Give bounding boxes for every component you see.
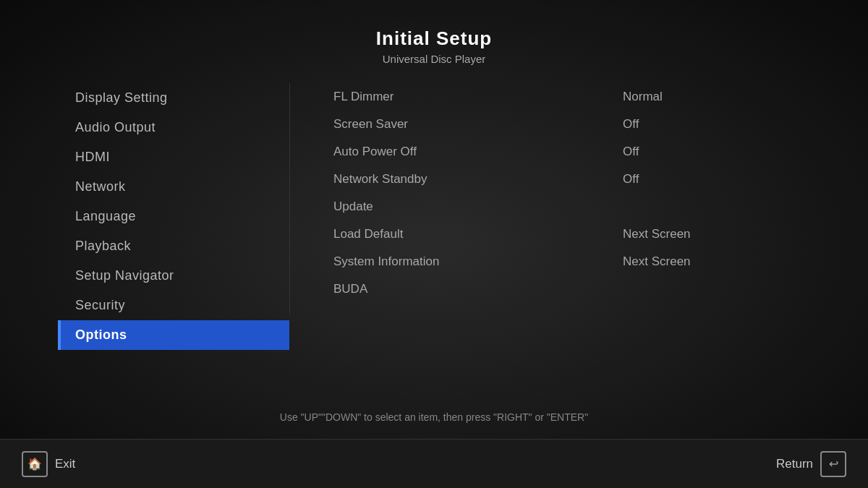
setting-row[interactable]: Auto Power OffOff — [333, 138, 868, 166]
main-content: Display SettingAudio OutputHDMINetworkLa… — [0, 80, 868, 361]
setting-label: Update — [333, 200, 608, 214]
sidebar-item-security[interactable]: Security — [58, 291, 289, 320]
sidebar-item-display-setting[interactable]: Display Setting — [58, 83, 289, 113]
sidebar-item-options[interactable]: Options — [58, 320, 289, 350]
bottom-bar: 🏠 Exit Return ↩ — [0, 439, 868, 488]
setting-row[interactable]: Load DefaultNext Screen — [333, 221, 868, 248]
setting-value: Normal — [623, 90, 663, 104]
setting-label: Screen Saver — [333, 117, 608, 132]
setting-label: BUDA — [333, 282, 608, 296]
sidebar-item-network[interactable]: Network — [58, 172, 289, 202]
return-label: Return — [776, 457, 813, 471]
setting-label: FL Dimmer — [333, 90, 608, 104]
setting-row[interactable]: Update — [333, 193, 868, 221]
setting-value: Off — [623, 145, 639, 159]
exit-label: Exit — [55, 457, 75, 471]
setting-value: Off — [623, 117, 639, 132]
setting-value: Next Screen — [623, 254, 691, 269]
page-header: Initial Setup Universal Disc Player — [0, 0, 868, 72]
sidebar-item-setup-navigator[interactable]: Setup Navigator — [58, 261, 289, 291]
page-title: Initial Setup — [0, 27, 868, 50]
setting-row[interactable]: BUDA — [333, 275, 868, 303]
return-button[interactable]: Return ↩ — [776, 451, 846, 477]
setting-label: System Information — [333, 254, 608, 269]
exit-button[interactable]: 🏠 Exit — [22, 451, 75, 477]
home-icon: 🏠 — [22, 451, 48, 477]
sidebar-item-playback[interactable]: Playback — [58, 231, 289, 261]
setting-value: Next Screen — [623, 227, 691, 241]
page-subtitle: Universal Disc Player — [0, 53, 868, 65]
setting-row[interactable]: System InformationNext Screen — [333, 248, 868, 275]
setting-label: Load Default — [333, 227, 608, 241]
setting-label: Auto Power Off — [333, 145, 608, 159]
setting-row[interactable]: Network StandbyOff — [333, 166, 868, 193]
return-icon: ↩ — [820, 451, 846, 477]
sidebar: Display SettingAudio OutputHDMINetworkLa… — [58, 80, 289, 361]
settings-panel: FL DimmerNormalScreen SaverOffAuto Power… — [290, 80, 868, 361]
setting-row[interactable]: FL DimmerNormal — [333, 83, 868, 111]
setting-value: Off — [623, 172, 639, 187]
setting-row[interactable]: Screen SaverOff — [333, 111, 868, 138]
sidebar-item-language[interactable]: Language — [58, 202, 289, 231]
sidebar-item-hdmi[interactable]: HDMI — [58, 142, 289, 172]
instructions-text: Use "UP""DOWN" to select an item, then p… — [0, 411, 868, 423]
sidebar-item-audio-output[interactable]: Audio Output — [58, 113, 289, 142]
setting-label: Network Standby — [333, 172, 608, 187]
